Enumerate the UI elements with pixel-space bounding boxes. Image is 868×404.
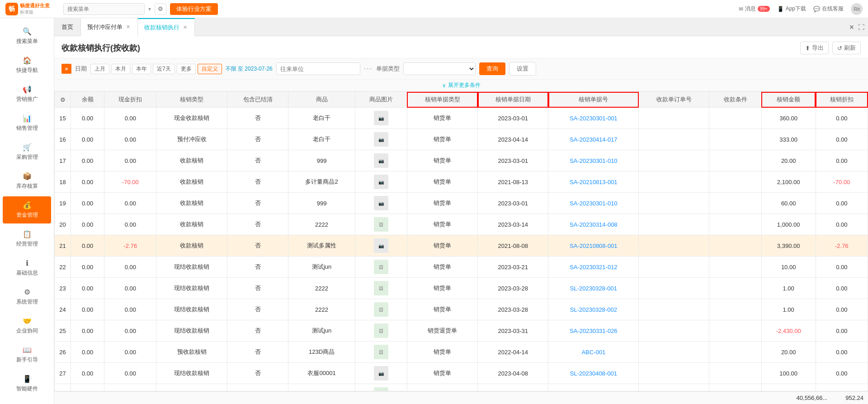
row-id: 25 [55, 320, 71, 342]
sidebar-item-hardware[interactable]: 📱 智能硬件 [3, 370, 51, 397]
expand-more-button[interactable]: ∨ 展开更多条件 [56, 81, 866, 89]
bill-no-link[interactable]: SA-20230301-001 [570, 115, 618, 122]
row-write-off-bill-no[interactable]: SA-20230321-012 [548, 257, 639, 278]
row-write-off-bill-no[interactable]: SA-20230301-010 [548, 193, 639, 214]
bill-no-link[interactable]: SA-20230414-017 [570, 136, 618, 143]
custom-period-button[interactable]: 自定义 [198, 64, 222, 74]
sidebar-item-system[interactable]: ⚙ 系统管理 [3, 283, 51, 310]
row-write-off-bill-no[interactable]: SL-20230328-002 [548, 299, 639, 320]
row-write-off-bill-no[interactable]: SA-20210808-001 [548, 235, 639, 257]
row-write-off-date: 2023-04-08 [478, 363, 548, 384]
sidebar-item-label: 基础信息 [16, 269, 38, 277]
last-month-button[interactable]: 上月 [90, 64, 109, 74]
tab-close-write-off[interactable]: ✕ [182, 24, 188, 31]
this-month-button[interactable]: 本月 [111, 64, 130, 74]
row-write-off-date: 2023-04-14 [478, 129, 548, 150]
table-container[interactable]: ⚙ 余额 现金折扣 核销类型 包含已结清 商品 商品图片 核销单据类型 核销单据… [54, 91, 868, 391]
row-receipt-cond [709, 171, 761, 193]
row-write-off-bill-no[interactable]: SL-20230408-001 [548, 363, 639, 384]
row-id: 16 [55, 129, 71, 150]
settings-button[interactable]: ⚙ [155, 3, 166, 15]
partner-input[interactable] [276, 62, 360, 75]
bill-no-link[interactable]: ABC-001 [581, 349, 605, 356]
row-write-off-bill-no[interactable]: SA-20230331-026 [548, 320, 639, 342]
row-balance: 0.00 [71, 384, 104, 391]
row-write-off-amount: 2,100.00 [761, 171, 816, 193]
partner-more-icon[interactable]: ··· [364, 65, 373, 73]
setting-button[interactable]: 设置 [509, 62, 536, 76]
sidebar-item-label: 企业协同 [16, 327, 38, 335]
industry-solution-button[interactable]: 体验行业方案 [170, 3, 218, 15]
bill-no-link[interactable]: SA-20210808-001 [570, 242, 618, 249]
messages-button[interactable]: ✉ 消息 99+ [739, 5, 770, 13]
sidebar-item-wechat[interactable]: 💬 企业微信 [3, 399, 51, 404]
goods-thumbnail: 📷 [374, 132, 388, 147]
sidebar-item-marketing[interactable]: 📢 营销推广 [3, 81, 51, 108]
row-cash-discount: 0.00 [104, 193, 156, 214]
row-write-off-bill-no[interactable]: SA-20210813-001 [548, 171, 639, 193]
row-goods-img: 🖼 [355, 320, 407, 342]
sidebar-item-purchase[interactable]: 🛒 采购管理 [3, 138, 51, 166]
sidebar-item-finance[interactable]: 💰 资金管理 [3, 196, 51, 223]
refresh-button[interactable]: ↺ 刷新 [832, 42, 861, 54]
row-write-off-bill-no[interactable]: SL-20230328-001 [548, 278, 639, 299]
row-write-off-bill-no[interactable]: ABC-001 [548, 342, 639, 363]
chevron-down-icon[interactable]: ▾ [148, 6, 151, 12]
online-service-button[interactable]: 💬 在线客服 [813, 5, 844, 13]
row-write-off-bill-no[interactable]: SA-20230301-001 [548, 108, 639, 129]
maximize-icon[interactable]: ⛶ [858, 24, 864, 31]
tab-prepay[interactable]: 预付冲应付单 ✕ [81, 18, 138, 36]
bill-no-link[interactable]: SA-20230331-026 [570, 328, 618, 334]
tab-close-prepay[interactable]: ✕ [125, 23, 131, 31]
sidebar-item-quick-nav[interactable]: 🏠 快捷导航 [3, 52, 51, 79]
row-write-off-amount: 100.00 [761, 384, 816, 391]
filter-expand-button[interactable]: » [61, 64, 71, 74]
data-table: ⚙ 余额 现金折扣 核销类型 包含已结清 商品 商品图片 核销单据类型 核销单据… [54, 91, 868, 391]
bill-no-link[interactable]: SA-20230321-012 [570, 264, 618, 271]
sidebar-item-search[interactable]: 🔍 搜索菜单 [3, 23, 51, 50]
row-write-off-amount: 100.00 [761, 363, 816, 384]
last-7days-button[interactable]: 近7天 [153, 64, 175, 74]
bill-no-link[interactable]: SL-20230328-002 [570, 306, 617, 313]
row-goods-img: 🖼 [355, 214, 407, 235]
search-input[interactable] [63, 3, 145, 15]
tab-write-off[interactable]: 收款核销执行 ✕ [138, 18, 195, 36]
page-content: 收款核销执行(按收款) ⬆ 导出 ↺ 刷新 » 日期 上月 [54, 36, 868, 404]
row-include-closed: 否 [227, 363, 288, 384]
user-avatar[interactable]: Rit [851, 3, 863, 15]
tab-home[interactable]: 首页 [54, 18, 81, 36]
more-period-button[interactable]: 更多 [177, 64, 196, 74]
app-download-button[interactable]: 📱 App下载 [777, 5, 806, 13]
tab-bar-right: ✕ ⛶ [849, 24, 868, 31]
bill-type-select[interactable] [403, 62, 476, 75]
row-write-off-bill-no[interactable]: SA-20230414-017 [548, 129, 639, 150]
row-write-off-bill-no[interactable]: SA-20230314-008 [548, 214, 639, 235]
sidebar-item-inventory[interactable]: 📦 库存核算 [3, 167, 51, 195]
sidebar-item-guide[interactable]: 📖 新手引导 [3, 341, 51, 368]
row-receipt-cond [709, 384, 761, 391]
bill-no-link[interactable]: SA-20210813-001 [570, 179, 618, 185]
sidebar-item-basics[interactable]: ℹ 基础信息 [3, 254, 51, 281]
this-year-button[interactable]: 本年 [132, 64, 151, 74]
col-settings[interactable]: ⚙ [55, 92, 71, 108]
row-write-off-bill-no[interactable]: SL-20230418-001 [548, 384, 639, 391]
row-write-off-bill-type: 销货单 [407, 150, 477, 171]
col-write-off-discount: 核销折扣 [816, 92, 868, 108]
sidebar-item-cooperation[interactable]: 🤝 企业协同 [3, 312, 51, 339]
query-button[interactable]: 查询 [479, 62, 505, 75]
row-receipt-order-no [639, 257, 709, 278]
bill-no-link[interactable]: SA-20230301-010 [570, 157, 618, 164]
row-write-off-date: 2023-03-01 [478, 108, 548, 129]
bill-no-link[interactable]: SA-20230314-008 [570, 221, 618, 228]
bill-no-link[interactable]: SL-20230328-001 [570, 285, 617, 292]
export-button[interactable]: ⬆ 导出 [800, 42, 829, 54]
sidebar-item-label: 新手引导 [16, 356, 38, 364]
sidebar-item-sales[interactable]: 📊 销售管理 [3, 109, 51, 137]
bill-no-link[interactable]: SL-20230408-001 [570, 370, 617, 377]
row-write-off-bill-no[interactable]: SA-20230301-010 [548, 150, 639, 171]
close-window-icon[interactable]: ✕ [849, 24, 854, 31]
row-receipt-order-no [639, 235, 709, 257]
bill-no-link[interactable]: SA-20230301-010 [570, 200, 618, 207]
sidebar-item-operations[interactable]: 📋 经营管理 [3, 225, 51, 252]
top-bar-right: ✉ 消息 99+ 📱 App下载 💬 在线客服 Rit [739, 3, 863, 15]
